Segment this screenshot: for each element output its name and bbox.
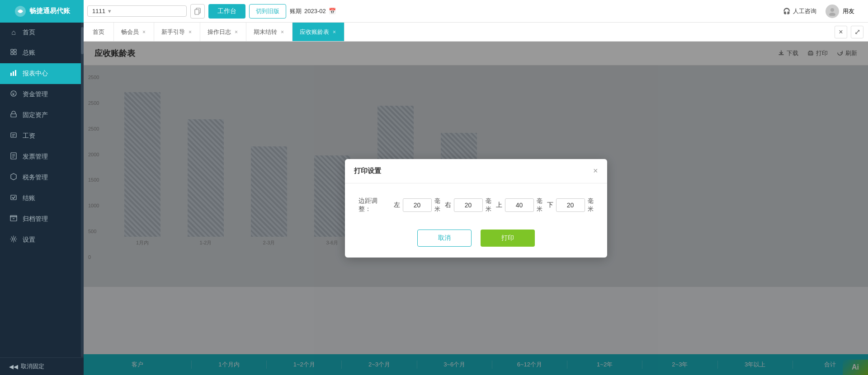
- sidebar-label-settle: 结账: [23, 194, 35, 202]
- tab-guide-label: 新手引导: [161, 28, 185, 36]
- sidebar-label-archive: 归档管理: [23, 215, 48, 223]
- account-period-value: 2023-02: [304, 8, 326, 14]
- bottom-unit: 毫米: [588, 197, 594, 213]
- sidebar-item-invoice[interactable]: 发票管理: [0, 146, 84, 167]
- tab-guide[interactable]: 新手引导 ×: [154, 23, 200, 41]
- tab-receivable-aging-close[interactable]: ×: [332, 28, 337, 36]
- sidebar-item-archive[interactable]: 归档管理: [0, 209, 84, 230]
- consult-button[interactable]: 🎧 人工咨询: [783, 7, 816, 15]
- sidebar-label-assets: 固定资产: [23, 111, 48, 119]
- content-area: 首页 畅会员 × 新手引导 × 操作日志 × 期末结转 × 应收账龄表 ×: [84, 23, 868, 375]
- sidebar-item-assets[interactable]: 固定资产: [0, 105, 84, 126]
- tabs-bar: 首页 畅会员 × 新手引导 × 操作日志 × 期末结转 × 应收账龄表 ×: [84, 23, 868, 42]
- settings-icon: [9, 235, 18, 244]
- margin-label: 边距调整：: [359, 197, 385, 213]
- svg-point-26: [13, 238, 15, 240]
- tab-guide-close[interactable]: ×: [188, 28, 193, 36]
- sidebar-item-funds[interactable]: ¥ 资金管理: [0, 84, 84, 105]
- tab-member-close[interactable]: ×: [142, 28, 146, 36]
- account-period-label: 账期: [290, 7, 302, 15]
- margin-row: 边距调整： 左 毫米 右 毫米: [359, 197, 594, 213]
- top-unit: 毫米: [537, 197, 542, 213]
- left-input[interactable]: [403, 198, 432, 212]
- tab-receivable-aging[interactable]: 应收账龄表 ×: [292, 23, 344, 41]
- tab-member[interactable]: 畅会员 ×: [114, 23, 154, 41]
- bottom-label: 下: [547, 201, 553, 209]
- tab-receivable-aging-label: 应收账龄表: [300, 28, 329, 36]
- pin-icon: ◀◀: [9, 363, 18, 370]
- tabs-actions: × ⤢: [835, 26, 863, 38]
- consult-label: 人工咨询: [793, 7, 816, 15]
- svg-point-4: [829, 13, 835, 16]
- tab-member-label: 畅会员: [121, 28, 139, 36]
- sidebar-item-payroll[interactable]: 工资: [0, 126, 84, 146]
- dropdown-arrow-icon: ▾: [108, 8, 111, 14]
- modal-overlay: 打印设置 × 边距调整： 左 毫米 右: [84, 42, 868, 375]
- main-layout: ⌂ 首页 总账: [0, 23, 868, 375]
- sidebar-label-home: 首页: [23, 28, 35, 37]
- sidebar-label-payroll: 工资: [23, 132, 35, 140]
- svg-rect-9: [10, 73, 12, 76]
- left-label: 左: [394, 201, 400, 209]
- bottom-input[interactable]: [556, 198, 585, 212]
- copy-button[interactable]: [190, 4, 205, 19]
- right-unit: 毫米: [486, 197, 491, 213]
- sidebar-label-invoice: 发票管理: [23, 153, 48, 161]
- top-input[interactable]: [505, 198, 534, 212]
- margin-top-group: 上 毫米: [496, 197, 542, 213]
- right-label: 右: [445, 201, 451, 209]
- top-label: 上: [496, 201, 502, 209]
- svg-rect-11: [15, 70, 16, 76]
- left-unit: 毫米: [434, 197, 440, 213]
- confirm-print-button[interactable]: 打印: [481, 230, 535, 247]
- print-settings-modal: 打印设置 × 边距调整： 左 毫米 右: [345, 159, 607, 258]
- sidebar-item-reports[interactable]: 报表中心: [0, 63, 84, 84]
- sidebar-label-reports: 报表中心: [23, 70, 48, 78]
- tab-oplog-close[interactable]: ×: [234, 28, 239, 36]
- modal-header: 打印设置 ×: [345, 159, 607, 183]
- user-label: 用友: [843, 7, 854, 15]
- page-content: 应收账龄表 下载: [84, 42, 868, 375]
- logo-area: 畅捷通易代账: [0, 0, 84, 23]
- margin-left-group: 左 毫米: [394, 197, 440, 213]
- sidebar-item-ledger[interactable]: 总账: [0, 42, 84, 63]
- cancel-button[interactable]: 取消: [417, 230, 472, 247]
- workbench-button[interactable]: 工作台: [208, 4, 245, 19]
- tab-period-end-close[interactable]: ×: [280, 28, 285, 36]
- tab-home[interactable]: 首页: [84, 23, 114, 41]
- right-input[interactable]: [454, 198, 483, 212]
- sidebar-label-funds: 资金管理: [23, 90, 48, 98]
- invoice-icon: [9, 152, 18, 161]
- svg-rect-2: [195, 9, 199, 14]
- sidebar-item-tax[interactable]: 税务管理: [0, 167, 84, 188]
- modal-footer: 取消 打印: [345, 222, 607, 258]
- company-selector[interactable]: 1111 ▾: [87, 5, 187, 17]
- margin-bottom-group: 下 毫米: [547, 197, 594, 213]
- tab-oplog[interactable]: 操作日志 ×: [200, 23, 246, 41]
- svg-rect-15: [11, 133, 16, 137]
- sidebar-label-tax: 税务管理: [23, 173, 48, 182]
- logo-text: 畅捷通易代账: [29, 7, 70, 15]
- tab-period-end[interactable]: 期末结转 ×: [246, 23, 292, 41]
- tab-oplog-label: 操作日志: [208, 28, 231, 36]
- ledger-icon: [9, 48, 18, 57]
- sidebar-item-settle[interactable]: 结账: [0, 188, 84, 209]
- close-tab-button[interactable]: ×: [835, 26, 847, 38]
- sidebar-scroll: ⌂ 首页 总账: [0, 23, 84, 357]
- modal-close-button[interactable]: ×: [593, 166, 598, 176]
- sidebar-toggle[interactable]: ◀◀ 取消固定: [0, 357, 84, 375]
- svg-rect-7: [11, 52, 13, 55]
- old-version-button[interactable]: 切到旧版: [249, 4, 286, 19]
- settle-icon: [9, 194, 18, 203]
- fullscreen-button[interactable]: ⤢: [851, 26, 863, 38]
- svg-point-3: [830, 8, 834, 12]
- tab-home-label: 首页: [93, 28, 104, 36]
- svg-rect-8: [14, 52, 16, 55]
- modal-title: 打印设置: [354, 167, 381, 175]
- home-icon: ⌂: [9, 28, 18, 37]
- sidebar-item-home[interactable]: ⌂ 首页: [0, 23, 84, 42]
- sidebar-item-settings[interactable]: 设置: [0, 230, 84, 250]
- calendar-icon[interactable]: 📅: [329, 8, 336, 14]
- user-area[interactable]: 用友: [826, 5, 854, 18]
- top-header: 畅捷通易代账 1111 ▾ 工作台 切到旧版 账期 2023-02 📅 🎧 人工…: [0, 0, 868, 23]
